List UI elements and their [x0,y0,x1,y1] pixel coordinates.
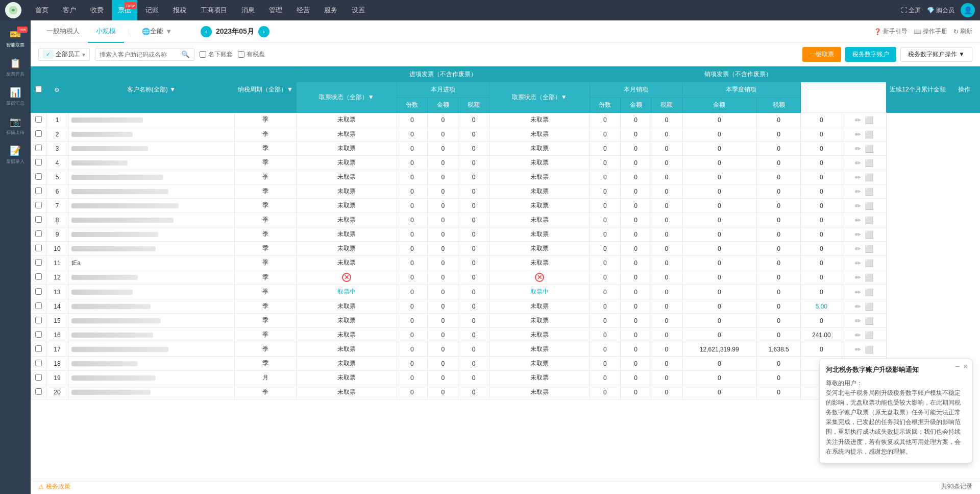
copy-btn[interactable]: ⬜ [865,302,873,311]
edit-btn[interactable]: ✏ [855,245,861,253]
nav-invoice[interactable]: 票据 new [112,0,137,20]
copy-btn[interactable]: ⬜ [865,130,873,138]
edit-btn[interactable]: ✏ [855,116,861,124]
edit-btn[interactable]: ✏ [855,187,861,196]
nav-service[interactable]: 服务 [318,0,344,20]
nav-home[interactable]: 首页 [29,0,55,20]
nav-manage[interactable]: 管理 [263,0,288,20]
search-input[interactable] [95,49,177,60]
row-checkbox[interactable] [35,230,42,237]
employee-dropdown-icon: ▾ [82,51,85,58]
nav-business[interactable]: 工商项目 [194,0,233,20]
edit-btn[interactable]: ✏ [855,230,861,239]
nav-message[interactable]: 消息 [235,0,261,20]
row-checkbox[interactable] [35,302,42,309]
copy-btn[interactable]: ⬜ [865,216,873,224]
copy-btn[interactable]: ⬜ [865,202,873,210]
edit-btn[interactable]: ✏ [855,331,861,339]
checkbox-account-label[interactable]: 名下账套 [200,50,233,59]
edit-btn[interactable]: ✏ [855,130,861,138]
edit-btn[interactable]: ✏ [855,159,861,167]
digital-account-btn[interactable]: 税务数字账户 [845,47,896,62]
copy-btn[interactable]: ⬜ [865,259,873,267]
row-checkbox[interactable] [35,360,42,366]
copy-btn[interactable]: ⬜ [865,145,873,153]
edit-btn[interactable]: ✏ [855,202,861,210]
row-checkbox[interactable] [35,116,42,123]
date-next-btn[interactable]: › [258,26,270,37]
sidebar-item-scan-upload[interactable]: 📷 扫描上传 [1,112,30,140]
popup-minimize-btn[interactable]: − [955,362,960,371]
search-button[interactable]: 🔍 [177,49,194,60]
row-checkbox[interactable] [35,317,42,323]
copy-btn[interactable]: ⬜ [865,288,873,296]
row-checkbox[interactable] [35,273,42,280]
fullscreen-btn[interactable]: ⛶ 全屏 [901,6,921,15]
row-checkbox[interactable] [35,145,42,151]
sidebar-item-smart-ticket[interactable]: 🎫 智能取票 new [1,25,30,53]
row-checkbox[interactable] [35,331,42,338]
member-btn[interactable]: 💎 购会员 [927,6,954,15]
copy-btn[interactable]: ⬜ [865,159,873,167]
copy-btn[interactable]: ⬜ [865,173,873,181]
edit-btn[interactable]: ✏ [855,216,861,224]
td-no: 14 [46,299,68,314]
row-checkbox[interactable] [35,388,42,395]
user-avatar[interactable]: 👤 [961,3,975,17]
copy-btn[interactable]: ⬜ [865,230,873,239]
sidebar-item-invoice-issue[interactable]: 📋 发票开具 [1,54,30,82]
popup-close-btn[interactable]: × [963,362,968,371]
copy-btn[interactable]: ⬜ [865,331,873,339]
checkbox-tax-disk-label[interactable]: 有税盘 [238,50,265,59]
sidebar-item-invoice-summary[interactable]: 📊 票据汇总 [1,83,30,111]
row-checkbox[interactable] [35,187,42,194]
nav-fee[interactable]: 收费 [84,0,110,20]
nav-settings[interactable]: 设置 [346,0,371,20]
nav-client[interactable]: 客户 [57,0,82,20]
copy-btn[interactable]: ⬜ [865,345,873,354]
copy-btn[interactable]: ⬜ [865,317,873,325]
edit-btn[interactable]: ✏ [855,302,861,311]
sidebar-item-invoice-entry[interactable]: 📝 票据录入 [1,141,30,169]
guide-btn[interactable]: ❓ 新手引导 [874,27,908,36]
employee-select[interactable]: ✓ 全部员工 ▾ [38,48,90,61]
policy-link[interactable]: ⚠ 税务政策 [38,482,70,491]
row-checkbox[interactable] [35,130,42,137]
edit-btn[interactable]: ✏ [855,345,861,354]
checkbox-account[interactable] [200,51,206,58]
row-checkbox[interactable] [35,173,42,180]
copy-btn[interactable]: ⬜ [865,273,873,281]
row-checkbox[interactable] [35,245,42,251]
row-checkbox[interactable] [35,159,42,166]
edit-btn[interactable]: ✏ [855,259,861,267]
td-period: 季 [234,270,296,285]
manual-btn[interactable]: 📖 操作手册 [914,27,947,36]
copy-btn[interactable]: ⬜ [865,245,873,253]
edit-btn[interactable]: ✏ [855,288,861,296]
checkbox-tax-disk[interactable] [238,51,244,58]
row-checkbox[interactable] [35,288,42,295]
copy-btn[interactable]: ⬜ [865,187,873,196]
tab-general-taxpayer[interactable]: 一般纳税人 [38,20,88,43]
copy-btn[interactable]: ⬜ [865,116,873,124]
tab-full-capability[interactable]: 🌐 全能 ▼ [134,20,180,43]
one-click-fetch-btn[interactable]: 一键取票 [802,47,841,62]
cumulative-link[interactable]: 5.00 [816,303,827,310]
edit-btn[interactable]: ✏ [855,317,861,325]
digital-account-op-btn[interactable]: 税务数字账户操作 ▼ [900,47,972,62]
date-prev-btn[interactable]: ‹ [201,26,212,37]
nav-operation[interactable]: 经营 [290,0,316,20]
edit-btn[interactable]: ✏ [855,173,861,181]
tab-small-scale[interactable]: 小规模 [88,20,124,43]
edit-btn[interactable]: ✏ [855,273,861,281]
nav-tax[interactable]: 报税 [167,0,192,20]
row-checkbox[interactable] [35,216,42,223]
select-all-checkbox[interactable] [35,86,42,92]
refresh-btn[interactable]: ↻ 刷新 [953,27,972,36]
row-checkbox[interactable] [35,202,42,208]
nav-accounting[interactable]: 记账 [139,0,165,20]
edit-btn[interactable]: ✏ [855,145,861,153]
row-checkbox[interactable] [35,345,42,352]
row-checkbox[interactable] [35,374,42,381]
row-checkbox[interactable] [35,259,42,266]
